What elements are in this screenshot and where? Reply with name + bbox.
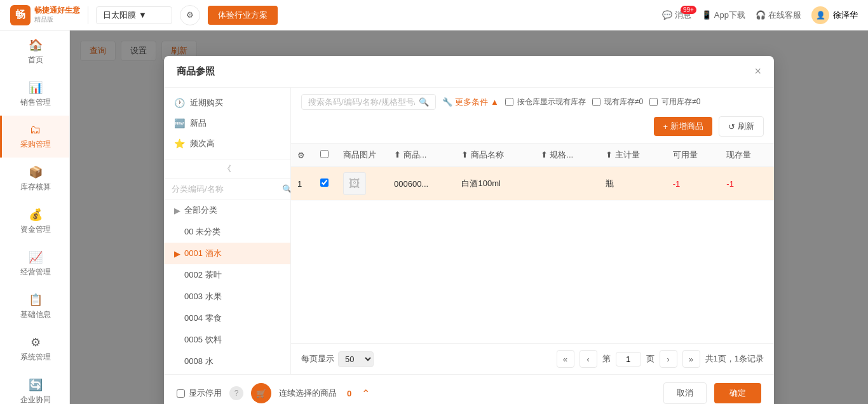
sidebar-item-sales[interactable]: 📊 销售管理 — [0, 73, 69, 116]
sidebar-item-operation[interactable]: 📈 经营管理 — [0, 243, 69, 285]
col-image: 商品图片 — [337, 144, 388, 167]
cat-item-0008[interactable]: 0008 水 — [164, 351, 290, 372]
operation-icon: 📈 — [29, 250, 43, 264]
col-available: 可用量 — [667, 144, 721, 167]
col-spec[interactable]: ⬆ 规格... — [534, 144, 599, 167]
store-selector[interactable]: 日太阳膜 ▼ — [96, 6, 172, 24]
nonzero-stock-checkbox[interactable]: 现有库存≠0 — [592, 97, 643, 107]
sidebar-item-label: 资金管理 — [20, 224, 51, 235]
prev-page-button[interactable]: ‹ — [580, 350, 597, 368]
app-label: App下载 — [714, 10, 745, 21]
warehouse-stock-checkbox[interactable]: 按仓库显示现有库存 — [505, 97, 586, 107]
col-code[interactable]: ⬆ 商品... — [388, 144, 455, 167]
cat-arrow-icon: ▶ — [174, 249, 180, 259]
cart-button[interactable]: 🛒 — [251, 383, 271, 403]
product-search-input[interactable] — [308, 97, 415, 107]
modal-body: 🕐 近期购买 🆕 新品 ⭐ 频次高 — [164, 88, 774, 374]
col-name[interactable]: ⬆ 商品名称 — [455, 144, 534, 167]
sidebar-item-purchase[interactable]: 🗂 采购管理 — [0, 116, 69, 158]
frequent-icon: ⭐ — [174, 138, 185, 149]
modal-header: 商品参照 × — [164, 56, 774, 88]
sidebar-item-collab[interactable]: 🔄 企业协同 — [0, 370, 69, 404]
quick-links: 🕐 近期购买 🆕 新品 ⭐ 频次高 — [164, 88, 290, 159]
show-disabled-label: 显示停用 — [189, 387, 222, 399]
cat-item-0005[interactable]: 0005 饮料 — [164, 329, 290, 351]
quick-link-new[interactable]: 🆕 新品 — [164, 113, 290, 133]
cat-item-00[interactable]: 00 未分类 — [164, 221, 290, 243]
category-search-input[interactable] — [172, 184, 278, 194]
recent-icon: 🕐 — [174, 98, 185, 108]
message-button[interactable]: 💬 消息 99+ — [662, 10, 691, 21]
modal-title: 商品参照 — [177, 65, 215, 77]
search-toolbar: 🔍 🔧 更多条件 ▲ 按仓库显示现有库存 — [291, 88, 774, 144]
last-page-button[interactable]: » — [682, 350, 700, 368]
right-panel: 🔍 🔧 更多条件 ▲ 按仓库显示现有库存 — [291, 88, 774, 374]
search-icon[interactable]: 🔍 — [419, 97, 429, 107]
sidebar-item-label: 系统管理 — [20, 352, 51, 363]
app-download-button[interactable]: 📱 App下载 — [702, 10, 745, 21]
select-all-checkbox[interactable] — [320, 150, 329, 158]
show-disabled-checkbox[interactable]: 显示停用 — [177, 387, 222, 399]
modal-close-button[interactable]: × — [754, 65, 761, 78]
col-settings[interactable]: ⚙ — [291, 144, 314, 167]
category-search-icon[interactable]: 🔍 — [282, 184, 291, 194]
sidebar-item-label: 企业协同 — [20, 394, 51, 404]
col-unit[interactable]: ⬆ 主计量 — [599, 144, 667, 167]
logo-text: 畅捷通好生意 — [34, 6, 80, 16]
sidebar-item-finance[interactable]: 💰 资金管理 — [0, 200, 69, 243]
product-search-box: 🔍 — [301, 94, 436, 110]
message-badge: 99+ — [681, 6, 696, 14]
purchase-icon: 🗂 — [30, 123, 41, 137]
available-nonzero-checkbox[interactable]: 可用库存≠0 — [649, 97, 700, 107]
service-button[interactable]: 🎧 在线客服 — [756, 10, 801, 21]
per-page-selector: 每页显示 20 50 100 — [301, 351, 374, 367]
collapse-button[interactable]: 《 — [164, 159, 290, 179]
add-product-button[interactable]: + 新增商品 — [654, 117, 712, 136]
cat-item-label: 0001 酒水 — [184, 248, 222, 259]
cat-item-label: 0005 饮料 — [184, 334, 222, 346]
quick-link-recent[interactable]: 🕐 近期购买 — [164, 93, 290, 113]
table-row[interactable]: 1 🖼 000600... 白酒100ml 瓶 — [291, 167, 774, 201]
per-page-select[interactable]: 20 50 100 — [338, 351, 374, 367]
cancel-button[interactable]: 取消 — [663, 382, 707, 404]
sidebar-item-inventory[interactable]: 📦 库存核算 — [0, 158, 69, 200]
sidebar-item-home[interactable]: 🏠 首页 — [0, 30, 69, 73]
cat-item-all[interactable]: ▶ 全部分类 — [164, 199, 290, 221]
logo-area: 畅 畅捷通好生意 精品版 — [10, 5, 80, 25]
gear-button[interactable]: ⚙ — [180, 5, 200, 25]
filter-label: 更多条件 — [455, 97, 488, 108]
refresh-button[interactable]: ↺ 刷新 — [719, 116, 764, 137]
cat-item-0002[interactable]: 0002 茶叶 — [164, 264, 290, 286]
quick-link-frequent[interactable]: ⭐ 频次高 — [164, 133, 290, 154]
store-name: 日太阳膜 — [103, 10, 136, 21]
refresh-label: 刷新 — [738, 121, 754, 132]
cat-item-0003[interactable]: 0003 水果 — [164, 286, 290, 307]
cat-item-label: 0004 零食 — [184, 313, 222, 324]
sidebar-item-label: 库存核算 — [20, 182, 51, 192]
row-checkbox[interactable] — [314, 167, 337, 201]
expand-icon[interactable]: ⌃ — [362, 387, 370, 400]
sidebar-item-basic[interactable]: 📋 基础信息 — [0, 285, 69, 328]
row-stock: -1 — [720, 167, 774, 201]
checkbox-label: 现有库存≠0 — [604, 97, 643, 107]
row-image: 🖼 — [337, 167, 388, 201]
cat-item-0001[interactable]: ▶ 0001 酒水 — [164, 243, 290, 264]
exp-industry-button[interactable]: 体验行业方案 — [208, 6, 278, 25]
sidebar-item-system[interactable]: ⚙ 系统管理 — [0, 328, 69, 370]
page-number-input[interactable] — [616, 352, 641, 367]
help-icon[interactable]: ? — [229, 386, 243, 400]
quick-link-label: 频次高 — [190, 138, 215, 149]
next-page-button[interactable]: › — [660, 350, 677, 368]
confirm-button[interactable]: 确定 — [714, 383, 761, 403]
first-page-button[interactable]: « — [557, 350, 574, 368]
sidebar-item-label: 首页 — [28, 55, 43, 65]
chevron-down-icon: ▼ — [139, 10, 147, 20]
plus-icon: + — [663, 122, 668, 131]
cat-item-0004[interactable]: 0004 零食 — [164, 307, 290, 329]
row-unit: 瓶 — [599, 167, 667, 201]
user-area[interactable]: 👤 徐泽华 — [811, 6, 858, 24]
col-checkbox — [314, 144, 337, 167]
more-filter-button[interactable]: 🔧 更多条件 ▲ — [442, 97, 499, 108]
modal-overlay: 商品参照 × 🕐 近期购买 🆕 — [70, 30, 868, 404]
sales-icon: 📊 — [29, 81, 43, 95]
